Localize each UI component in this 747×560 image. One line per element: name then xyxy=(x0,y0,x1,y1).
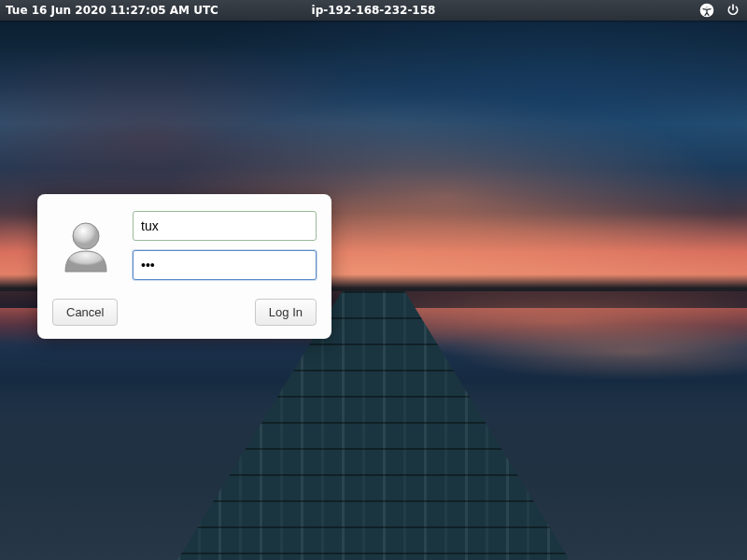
login-dialog: Cancel Log In xyxy=(37,194,331,339)
accessibility-icon[interactable] xyxy=(698,2,715,19)
svg-point-2 xyxy=(73,223,99,249)
login-button[interactable]: Log In xyxy=(255,299,317,326)
clock-label: Tue 16 Jun 2020 11:27:05 AM UTC xyxy=(6,4,218,17)
power-icon[interactable] xyxy=(725,2,741,19)
user-avatar-icon xyxy=(52,212,120,279)
svg-point-1 xyxy=(706,6,708,7)
username-input[interactable] xyxy=(133,211,317,241)
password-input[interactable] xyxy=(133,250,317,280)
cancel-button[interactable]: Cancel xyxy=(52,299,118,326)
top-panel: Tue 16 Jun 2020 11:27:05 AM UTC ip-192-1… xyxy=(0,0,747,21)
hostname-label: ip-192-168-232-158 xyxy=(312,4,436,17)
